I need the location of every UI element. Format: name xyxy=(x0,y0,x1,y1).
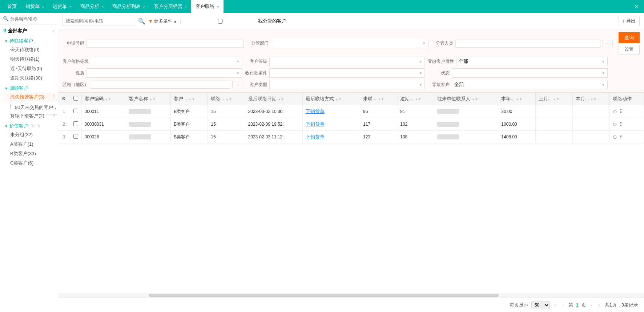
sidebar-item-today[interactable]: 今天待联络(0) xyxy=(3,45,58,54)
filter-cell-status: 状态 ▼ xyxy=(428,68,608,78)
filter-cell-dept: 分管部门 ▼ xyxy=(247,39,428,48)
col-level[interactable]: 客户... ▲▼ xyxy=(171,93,208,105)
action-link-icon[interactable]: ⊙ xyxy=(613,134,617,140)
row-checkbox-cell xyxy=(70,131,81,143)
sort-icon-lastdate: ▲▼ xyxy=(278,97,284,101)
cust-type-select[interactable]: ▼ xyxy=(269,80,425,89)
action-link-icon[interactable]: ⊙ xyxy=(613,109,617,114)
region-dots-btn[interactable]: ··· xyxy=(232,81,242,88)
sidebar-all-customers-header[interactable]: ⠿ 全部客户 « xyxy=(0,25,58,36)
row-checkbox[interactable] xyxy=(73,109,78,113)
chevron-icon: ▲ xyxy=(173,19,177,23)
sidebar-item-losing[interactable]: 流失预警客户(3) ? xyxy=(3,92,58,102)
sidebar-search-icon: 🔍 xyxy=(3,16,9,21)
col-name[interactable]: 客户名称 ▲▼ xyxy=(126,93,171,105)
export-button[interactable]: ↑ 导出 xyxy=(619,16,640,26)
search-input[interactable] xyxy=(63,17,135,25)
sidebar-item-week[interactable]: 近7天待联络(0) xyxy=(3,64,58,73)
export-icon: ↑ xyxy=(623,19,625,24)
close-purchase-tab[interactable]: × xyxy=(69,4,71,9)
cust-level-select[interactable]: ▼ xyxy=(269,57,425,66)
my-customers-checkbox-label[interactable]: 我分管的客户 xyxy=(184,18,286,24)
col-unit-contact[interactable]: 往来单位联系人 ▲▼ xyxy=(434,93,498,105)
refresh-icon[interactable]: ↻ xyxy=(31,123,35,129)
last-method-link[interactable]: 下销货单 xyxy=(306,109,325,114)
nav-product-analysis[interactable]: 商品分析 × xyxy=(76,0,108,13)
last-page-btn[interactable]: » xyxy=(596,302,602,308)
sidebar-item-classC[interactable]: C类客户(6) xyxy=(3,158,58,168)
sidebar-item-tomorrow[interactable]: 明天待联络(1) xyxy=(3,54,58,64)
nav-customer-contact[interactable]: 客户联络 × xyxy=(191,0,223,13)
col-overdue[interactable]: 逾期... ▲▼ xyxy=(397,93,434,105)
close-product-analysis-tab[interactable]: × xyxy=(101,4,104,9)
select-all-checkbox[interactable] xyxy=(73,96,78,101)
close-customer-segment-tab[interactable]: × xyxy=(185,4,187,9)
action-menu-icon[interactable]: ⠿ xyxy=(619,121,623,127)
nav-purchase[interactable]: 进货单 × xyxy=(48,0,76,13)
payment-label: 收付款条件 xyxy=(245,70,267,76)
retail-attr-select[interactable]: 全部 ▼ xyxy=(456,57,608,66)
retail-select[interactable]: 全部 ▼ xyxy=(452,80,608,89)
phone-input[interactable] xyxy=(86,40,244,48)
action-buttons: 查询 设置 xyxy=(619,32,640,54)
top-nav: 首页 销货单 × 进货单 × 商品分析 × 商品分析列表 × 客户分层经营 × … xyxy=(0,0,644,13)
col-this-year[interactable]: 本年... ▲▼ xyxy=(498,93,535,105)
status-select[interactable]: ▼ xyxy=(452,68,608,78)
col-last-method[interactable]: 最后联络方式 ▲▼ xyxy=(302,93,360,105)
query-button[interactable]: 查询 xyxy=(619,32,640,43)
sidebar-section-lost[interactable]: ▼ 回顾客户 xyxy=(0,83,58,92)
settings-button[interactable]: 设置 xyxy=(619,45,640,54)
row-checkbox[interactable] xyxy=(73,121,78,126)
close-product-analysis-list-tab[interactable]: × xyxy=(143,4,145,9)
last-method-link[interactable]: 下销货单 xyxy=(306,121,325,127)
nature-select[interactable]: ▼ xyxy=(86,68,242,78)
page-size-select[interactable]: 50 20 100 xyxy=(531,301,550,309)
question-icon3: ? xyxy=(53,114,55,118)
more-conditions-btn[interactable]: ▼ 更多条件 ▲ xyxy=(148,18,177,24)
col-last-month[interactable]: 上月... ▲▼ xyxy=(535,93,572,105)
price-level-label: 客户价格等级 xyxy=(63,58,89,65)
col-last-date[interactable]: 最后联络日期 ▲▼ xyxy=(245,93,302,105)
search-button[interactable]: 🔍 xyxy=(138,18,145,25)
edit-icon[interactable]: ✎ xyxy=(37,123,41,129)
first-page-btn[interactable]: « xyxy=(553,302,558,308)
row-checkbox[interactable] xyxy=(73,134,78,139)
sidebar-item-overdue[interactable]: 逾期未联络(30) xyxy=(3,73,58,83)
close-customer-contact-tab[interactable]: × xyxy=(217,4,219,9)
manager-input[interactable] xyxy=(455,40,600,48)
sidebar-search-input[interactable] xyxy=(10,16,55,21)
row-this-year: 30.00 xyxy=(498,105,535,118)
horizontal-scrollbar[interactable] xyxy=(58,293,644,297)
prev-page-btn[interactable]: ‹ xyxy=(561,302,565,308)
sidebar-item-classB[interactable]: B类客户(33) xyxy=(3,149,58,158)
sidebar-item-classA[interactable]: A类客户(1) xyxy=(3,139,58,149)
action-menu-icon[interactable]: ⠿ xyxy=(619,109,623,114)
my-customers-checkbox[interactable] xyxy=(184,19,257,24)
close-window-btn[interactable]: × xyxy=(632,3,641,10)
nav-customer-segment[interactable]: 客户分层经营 × xyxy=(150,0,191,13)
col-code[interactable]: 客户编码 ▲▼ xyxy=(81,93,126,105)
payment-select[interactable]: ▼ xyxy=(269,68,425,78)
nav-product-analysis-list[interactable]: 商品分析列表 × xyxy=(108,0,149,13)
next-page-btn[interactable]: › xyxy=(589,302,593,308)
price-level-select[interactable]: ▼ xyxy=(91,57,242,66)
col-this-month[interactable]: 本月... ▲▼ xyxy=(572,93,609,105)
sidebar-section-value[interactable]: ▼ 价值客户 ↻ ✎ xyxy=(0,121,58,130)
nav-sales[interactable]: 销货单 × xyxy=(21,0,48,13)
last-method-link[interactable]: 下销货单 xyxy=(306,134,325,139)
col-uncontacted[interactable]: 未联... ▲▼ xyxy=(360,93,397,105)
close-sales-tab[interactable]: × xyxy=(42,4,44,9)
sidebar-item-ungrouped[interactable]: 未分组(32) xyxy=(3,130,58,139)
col-settings[interactable]: ⚙ xyxy=(58,93,70,105)
scrollbar-thumb[interactable] xyxy=(149,294,499,297)
dept-select[interactable]: ▼ xyxy=(271,39,428,48)
col-contact[interactable]: 联络... ▲▼ xyxy=(208,93,245,105)
action-link-icon[interactable]: ⊙ xyxy=(613,121,617,127)
manager-dots-btn[interactable]: ··· xyxy=(603,40,613,47)
row-code: 000011 xyxy=(81,105,126,118)
sidebar-section-pending[interactable]: ▼ 待联络客户 xyxy=(0,36,58,45)
region-input[interactable] xyxy=(91,81,230,89)
nav-home[interactable]: 首页 xyxy=(3,0,21,13)
col-checkbox xyxy=(70,93,81,105)
action-menu-icon[interactable]: ⠿ xyxy=(619,134,623,140)
